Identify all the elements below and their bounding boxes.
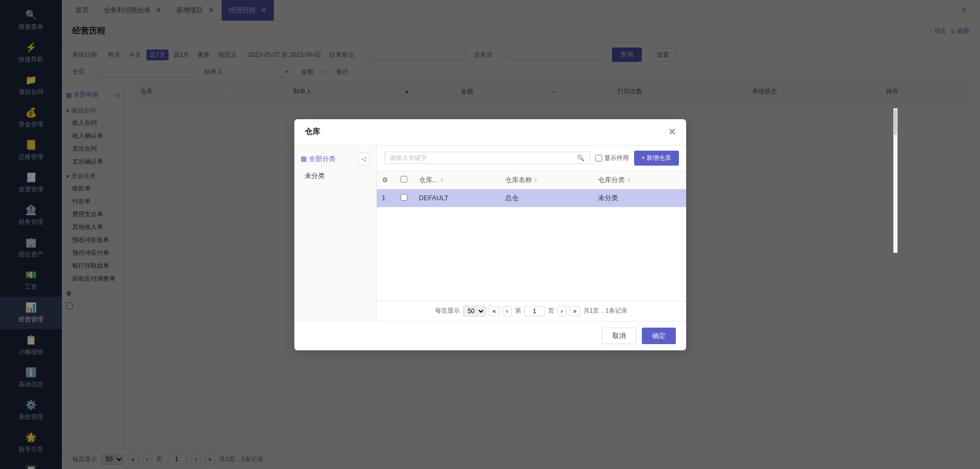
modal-search-box[interactable]: 🔍 [384, 152, 591, 164]
add-warehouse-button[interactable]: + 新增仓库 [634, 151, 678, 166]
table-row[interactable]: 1 DEFAULT 总仓 未分类 [377, 189, 686, 207]
sort-arrows-name: ⇕ [534, 177, 538, 183]
row-select-checkbox[interactable] [401, 194, 407, 201]
modal-prev-page-button[interactable]: ‹ [503, 306, 512, 316]
modal-category-unclassified[interactable]: 未分类 [294, 168, 376, 184]
show-disabled-checkbox[interactable] [595, 155, 602, 161]
modal-first-page-button[interactable]: « [489, 306, 500, 316]
modal-table-wrapper: ⚙ 仓库... ⇕ 仓库名称 [377, 171, 686, 301]
modal-confirm-button[interactable]: 确定 [642, 328, 676, 344]
settings-gear-icon: ⚙ [382, 176, 388, 184]
modal-page-number-input[interactable] [524, 306, 545, 316]
col-warehouse-code: 仓库... ⇕ [414, 171, 500, 189]
modal-page-size-select[interactable]: 50 [463, 305, 486, 317]
modal-page-label: 第 [515, 306, 521, 315]
modal-all-categories[interactable]: ▦ 全部分类 ◁ [294, 150, 376, 168]
select-all-modal-checkbox[interactable] [401, 176, 407, 183]
modal-warehouse-table: ⚙ 仓库... ⇕ 仓库名称 [377, 171, 686, 207]
col-warehouse-category: 仓库分类 ⇕ [593, 171, 686, 189]
row-name: 总仓 [500, 189, 593, 207]
col-warehouse-name: 仓库名称 ⇕ [500, 171, 593, 189]
modal-total-info: 共1页，1条记录 [584, 306, 627, 315]
modal-next-page-button[interactable]: › [557, 306, 567, 316]
left-scrollbar[interactable] [893, 108, 898, 253]
modal-overlay: 仓库 ✕ ▦ 全部分类 ◁ 未分类 [0, 0, 980, 469]
col-settings: ⚙ [377, 171, 395, 189]
sort-arrows-code: ⇕ [440, 177, 444, 183]
modal-last-page-button[interactable]: » [570, 306, 580, 316]
modal-search-icon: 🔍 [577, 154, 585, 161]
modal-category-panel: ▦ 全部分类 ◁ 未分类 [294, 145, 377, 321]
modal-page-size-label: 每页显示 [435, 306, 460, 315]
modal-cancel-button[interactable]: 取消 [602, 328, 637, 344]
modal-pagination: 每页显示 50 « ‹ 第 页 › » 共1页，1条记录 [377, 301, 686, 321]
warehouse-modal: 仓库 ✕ ▦ 全部分类 ◁ 未分类 [294, 119, 686, 350]
modal-footer: 取消 确定 [294, 321, 686, 350]
modal-page-suffix: 页 [548, 306, 554, 315]
modal-table-panel: 🔍 显示停用 + 新增仓库 ⚙ [377, 145, 686, 321]
row-code: DEFAULT [414, 189, 500, 207]
col-select [395, 171, 414, 189]
modal-body: ▦ 全部分类 ◁ 未分类 🔍 [294, 145, 686, 321]
show-disabled-label[interactable]: 显示停用 [595, 154, 629, 163]
modal-close-button[interactable]: ✕ [668, 126, 676, 138]
row-category: 未分类 [593, 189, 686, 207]
modal-search-input[interactable] [390, 154, 574, 161]
modal-header: 仓库 ✕ [294, 119, 686, 145]
row-settings: 1 [377, 189, 395, 207]
modal-toolbar: 🔍 显示停用 + 新增仓库 [377, 145, 686, 171]
category-collapse-button[interactable]: ◁ [358, 153, 370, 165]
grid-icon2: ▦ [301, 155, 307, 163]
row-checkbox [395, 189, 414, 207]
sort-arrows-cat: ⇕ [627, 177, 631, 183]
left-scrollbar-thumb [894, 109, 897, 135]
all-categories-label: 全部分类 [309, 154, 336, 164]
modal-title: 仓库 [305, 127, 668, 137]
